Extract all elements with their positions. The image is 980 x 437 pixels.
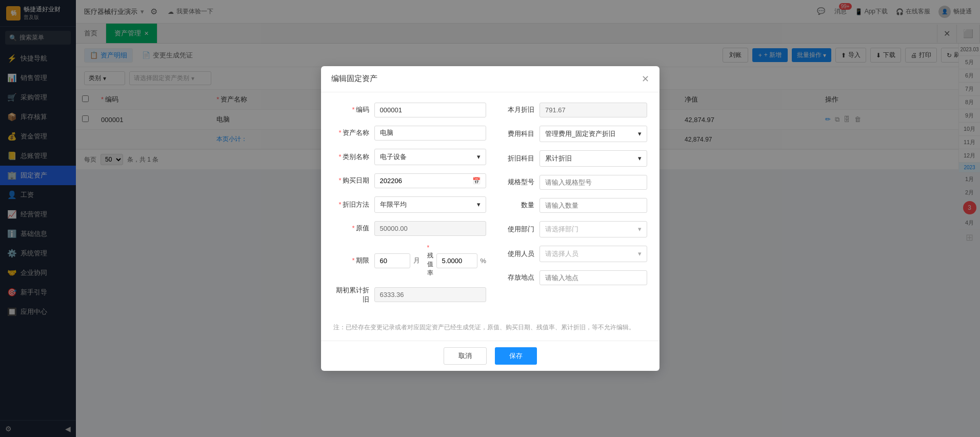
residual-rate-input[interactable] bbox=[436, 253, 477, 268]
period-residual-group: 月 *残值率 % bbox=[374, 244, 487, 277]
form-row-original-value: *原值 bbox=[333, 221, 487, 236]
user-select[interactable]: 请选择人员 ▾ bbox=[539, 246, 647, 262]
form-row-depreciation-subject: 折旧科目 累计折旧 ▾ bbox=[498, 150, 647, 167]
modal-left-column: *编码 *资产名称 *类别名称 电子设备 bbox=[333, 103, 487, 312]
category-select-arrow: ▾ bbox=[477, 153, 481, 161]
form-row-location: 存放地点 bbox=[498, 270, 647, 285]
depreciation-subject-label: 折旧科目 bbox=[498, 154, 539, 163]
form-row-purchase-date: *购买日期 202206 📅 bbox=[333, 173, 487, 188]
modal-title: 编辑固定资产 bbox=[331, 74, 377, 84]
monthly-depreciation-label: 本月折旧 bbox=[498, 105, 539, 114]
department-select[interactable]: 请选择部门 ▾ bbox=[539, 221, 647, 237]
modal-header: 编辑固定资产 ✕ bbox=[321, 66, 659, 92]
location-label: 存放地点 bbox=[498, 273, 539, 282]
depreciation-method-label: *折旧方法 bbox=[333, 200, 374, 209]
purchase-date-label: *购买日期 bbox=[333, 176, 374, 185]
edit-fixed-asset-modal: 编辑固定资产 ✕ *编码 *资产名称 bbox=[321, 66, 659, 371]
form-row-initial-depreciation: 期初累计折旧 bbox=[333, 286, 487, 304]
depreciation-method-arrow: ▾ bbox=[477, 201, 481, 208]
form-row-expense-subject: 费用科目 管理费用_固定资产折旧 ▾ bbox=[498, 126, 647, 142]
calendar-icon: 📅 bbox=[472, 177, 481, 185]
depreciation-subject-select[interactable]: 累计折旧 ▾ bbox=[539, 150, 647, 167]
code-label: *编码 bbox=[333, 105, 374, 114]
original-value-input[interactable] bbox=[374, 221, 487, 236]
period-label: *期限 bbox=[333, 256, 374, 265]
code-input[interactable] bbox=[374, 103, 487, 117]
residual-rate-label: *残值率 bbox=[427, 244, 433, 277]
expense-subject-label: 费用科目 bbox=[498, 129, 539, 138]
department-label: 使用部门 bbox=[498, 225, 539, 234]
modal-body: *编码 *资产名称 *类别名称 电子设备 bbox=[321, 92, 659, 323]
initial-depreciation-input[interactable] bbox=[374, 287, 487, 302]
percent-sign: % bbox=[481, 257, 487, 265]
department-arrow: ▾ bbox=[638, 225, 642, 233]
expense-subject-arrow: ▾ bbox=[638, 130, 642, 137]
form-row-quantity: 数量 bbox=[498, 198, 647, 213]
initial-depreciation-label: 期初累计折旧 bbox=[333, 286, 374, 304]
original-value-label: *原值 bbox=[333, 224, 374, 233]
category-label: *类别名称 bbox=[333, 152, 374, 162]
spec-input[interactable] bbox=[539, 175, 647, 190]
period-input[interactable] bbox=[374, 253, 410, 268]
form-row-spec: 规格型号 bbox=[498, 175, 647, 190]
form-row-asset-name: *资产名称 bbox=[333, 126, 487, 141]
save-button[interactable]: 保存 bbox=[495, 347, 537, 365]
modal-footer: 取消 保存 bbox=[321, 341, 659, 371]
depreciation-subject-arrow: ▾ bbox=[638, 154, 642, 162]
modal-note: 注：已经存在变更记录或者对应固定资产已经生成凭证，原值、购买日期、残值率、累计折… bbox=[321, 323, 659, 341]
spec-label: 规格型号 bbox=[498, 177, 539, 187]
form-row-depreciation-method: *折旧方法 年限平均 ▾ bbox=[333, 196, 487, 213]
monthly-depreciation-input bbox=[539, 103, 647, 117]
quantity-label: 数量 bbox=[498, 201, 539, 210]
form-row-code: *编码 bbox=[333, 103, 487, 117]
form-row-category: *类别名称 电子设备 ▾ bbox=[333, 149, 487, 165]
modal-overlay: 编辑固定资产 ✕ *编码 *资产名称 bbox=[0, 0, 980, 437]
quantity-input[interactable] bbox=[539, 198, 647, 213]
asset-name-label: *资产名称 bbox=[333, 128, 374, 137]
cancel-button[interactable]: 取消 bbox=[444, 347, 487, 365]
form-row-user: 使用人员 请选择人员 ▾ bbox=[498, 246, 647, 262]
form-row-department: 使用部门 请选择部门 ▾ bbox=[498, 221, 647, 237]
period-unit-label: 月 bbox=[413, 256, 420, 265]
asset-name-input[interactable] bbox=[374, 126, 487, 141]
purchase-date-input[interactable]: 202206 📅 bbox=[374, 173, 487, 188]
category-select[interactable]: 电子设备 ▾ bbox=[374, 149, 487, 165]
location-input[interactable] bbox=[539, 270, 647, 285]
form-row-period-residual: *期限 月 *残值率 % bbox=[333, 244, 487, 277]
user-label: 使用人员 bbox=[498, 249, 539, 259]
modal-close-button[interactable]: ✕ bbox=[642, 73, 649, 85]
form-row-monthly-depreciation: 本月折旧 bbox=[498, 103, 647, 117]
depreciation-method-select[interactable]: 年限平均 ▾ bbox=[374, 196, 487, 213]
modal-right-column: 本月折旧 费用科目 管理费用_固定资产折旧 ▾ bbox=[498, 103, 647, 312]
expense-subject-select[interactable]: 管理费用_固定资产折旧 ▾ bbox=[539, 126, 647, 142]
user-arrow: ▾ bbox=[638, 250, 642, 257]
